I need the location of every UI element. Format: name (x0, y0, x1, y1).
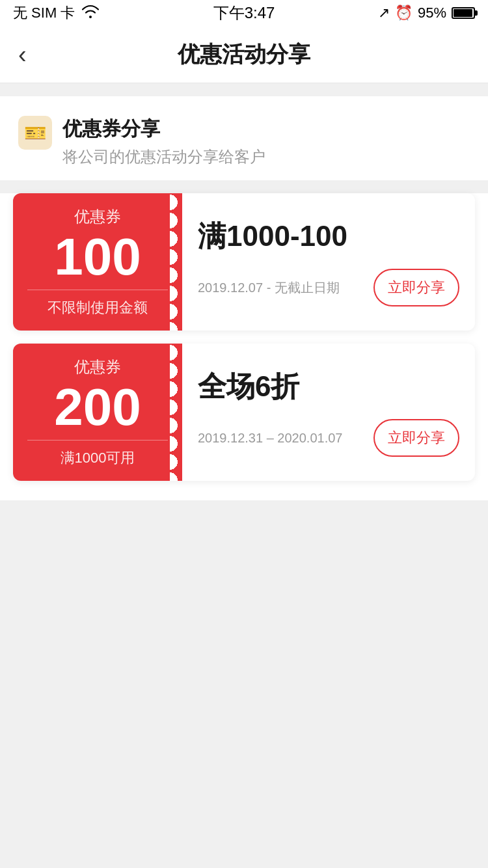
section-text: 优惠券分享 将公司的优惠活动分享给客户 (62, 116, 265, 167)
wifi-icon (81, 4, 100, 22)
coupon-meta-1: 2019.12.07 - 无截止日期 立即分享 (198, 269, 459, 306)
carrier-text: 无 SIM 卡 (13, 3, 75, 23)
coupon-left-1: 优惠券 100 不限制使用金额 (13, 193, 182, 331)
coupon-right-1: 满1000-100 2019.12.07 - 无截止日期 立即分享 (182, 193, 475, 331)
coupon-icon-emoji: 🎫 (24, 122, 47, 144)
page-title: 优惠活动分享 (178, 40, 310, 70)
status-bar-time: 下午3:47 (213, 3, 275, 23)
battery-icon (452, 7, 475, 19)
back-button[interactable]: ‹ (18, 42, 27, 67)
section-title: 优惠券分享 (62, 116, 265, 142)
coupon-meta-2: 2019.12.31 – 2020.01.07 立即分享 (198, 419, 459, 457)
section-header: 🎫 优惠券分享 将公司的优惠活动分享给客户 (0, 96, 488, 180)
coupon-label-1: 优惠券 (74, 206, 121, 227)
coupon-divider-2 (27, 440, 168, 441)
coupon-card-1: 优惠券 100 不限制使用金额 满1000-100 2019.12.07 - 无… (13, 193, 475, 331)
location-icon: ↗ (378, 5, 390, 21)
battery-percent: 95% (418, 5, 446, 21)
status-bar-right: ↗ ⏰ 95% (378, 5, 475, 21)
coupon-condition-2: 满1000可用 (61, 448, 135, 468)
share-button-1[interactable]: 立即分享 (373, 269, 459, 306)
status-bar: 无 SIM 卡 下午3:47 ↗ ⏰ 95% (0, 0, 488, 26)
coupon-condition-1: 不限制使用金额 (47, 298, 148, 318)
coupon-left-2: 优惠券 200 满1000可用 (13, 344, 182, 481)
section-subtitle: 将公司的优惠活动分享给客户 (62, 146, 265, 167)
nav-bar: ‹ 优惠活动分享 (0, 26, 488, 83)
section-icon: 🎫 (18, 116, 52, 150)
coupon-list: 优惠券 100 不限制使用金额 满1000-100 2019.12.07 - 无… (0, 193, 488, 500)
alarm-icon: ⏰ (395, 5, 413, 21)
coupon-label-2: 优惠券 (74, 357, 121, 377)
coupon-title-2: 全场6折 (198, 368, 459, 406)
coupon-right-2: 全场6折 2019.12.31 – 2020.01.07 立即分享 (182, 344, 475, 481)
coupon-date-2: 2019.12.31 – 2020.01.07 (198, 431, 342, 446)
coupon-amount-2: 200 (54, 381, 141, 433)
share-button-2[interactable]: 立即分享 (373, 419, 459, 457)
coupon-amount-1: 100 (54, 231, 141, 283)
coupon-divider-1 (27, 290, 168, 290)
coupon-card-2: 优惠券 200 满1000可用 全场6折 2019.12.31 – 2020.0… (13, 344, 475, 481)
status-bar-left: 无 SIM 卡 (13, 3, 100, 23)
coupon-date-1: 2019.12.07 - 无截止日期 (198, 279, 340, 297)
coupon-title-1: 满1000-100 (198, 217, 459, 256)
